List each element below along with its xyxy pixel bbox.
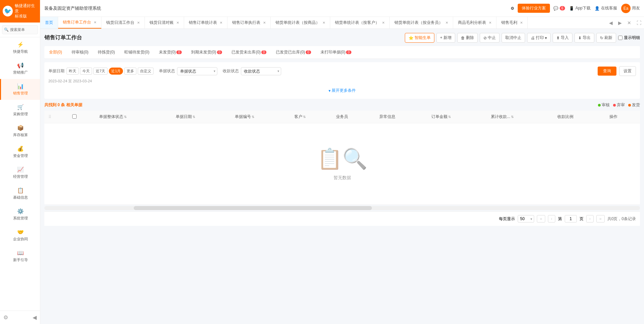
review-action[interactable]: 审核	[598, 102, 610, 108]
cancel-review-action[interactable]: 弃审	[613, 102, 625, 108]
sidebar-search[interactable]: 🔍 搜索菜单	[0, 23, 40, 37]
th-status[interactable]: 单据整体状态⇅	[95, 111, 172, 123]
filter-setting-button[interactable]: 设置	[619, 66, 636, 76]
ship-action[interactable]: 发货	[628, 102, 640, 108]
horizontal-scrollbar[interactable]	[44, 206, 640, 210]
sidebar-item-inventory[interactable]: 📦库存核算	[0, 121, 40, 141]
tab-close-sales-order[interactable]: ✕	[94, 21, 96, 24]
next-page-button[interactable]: ›	[586, 215, 594, 222]
first-page-button[interactable]: «	[537, 215, 545, 222]
settings-icon[interactable]: ⚙	[3, 314, 8, 321]
sidebar-item-basic-info[interactable]: 📋基础信息	[0, 183, 40, 204]
export-button[interactable]: ⬇ 导出	[574, 33, 594, 43]
sidebar-item-quick-nav[interactable]: ⚡快捷导航	[0, 37, 40, 58]
th-number[interactable]: 单据编号⇅	[231, 111, 290, 123]
search-button[interactable]: 查询	[598, 67, 616, 76]
sidebar-item-marketing[interactable]: 📢营销推广	[0, 58, 40, 79]
per-page-select[interactable]: 50 10 20 100	[518, 215, 534, 222]
empty-text: 暂无数据	[334, 175, 351, 181]
tab-goods-stats-product[interactable]: 销货单统计表（按商品）✕	[271, 17, 330, 29]
date-btn-更多[interactable]: 更多	[124, 68, 136, 75]
tab-close-goods-stats-product[interactable]: ✕	[323, 21, 325, 25]
tab-sales-stats[interactable]: 销售订单统计表✕	[184, 17, 227, 29]
sub-tab-not-shipped[interactable]: 未发货(0)0	[154, 47, 186, 57]
tabs-prev-button[interactable]: ◀	[606, 18, 615, 28]
sub-tab-all[interactable]: 全部(0)	[44, 47, 67, 57]
date-btn-近7天[interactable]: 近7天	[93, 68, 108, 75]
tab-goods-stats-staff[interactable]: 销货单统计表（按业务员）✕	[390, 17, 453, 29]
scrollbar-thumb[interactable]	[134, 206, 372, 210]
show-detail-input[interactable]	[618, 36, 622, 40]
quick-nav-icon: ⚡	[17, 41, 24, 48]
tabs-next-button[interactable]: ▶	[615, 18, 625, 28]
tab-close-sales-more[interactable]: ✕	[520, 21, 523, 25]
tab-close-goods-margin[interactable]: ✕	[489, 21, 491, 25]
sub-tab-shipped-out[interactable]: 已发货已出库(0)0	[271, 47, 315, 57]
search-menu-button[interactable]: 🔍 搜索菜单	[2, 25, 38, 34]
prev-page-button[interactable]: ‹	[548, 215, 555, 222]
sidebar-item-guide[interactable]: 📖新手引导	[0, 246, 40, 267]
industry-solution-button[interactable]: 体验行业方案	[518, 4, 550, 13]
th-amount[interactable]: 订单金额⇅	[427, 111, 486, 123]
sidebar-item-operation[interactable]: 📈经营管理	[0, 162, 40, 183]
date-btn-近1月[interactable]: 近1月	[109, 68, 123, 75]
tab-fullscreen-button[interactable]: ⛶	[634, 18, 644, 28]
sidebar-item-cooperation[interactable]: 🤝企业协同	[0, 225, 40, 246]
sidebar-item-sales[interactable]: 📊销售管理	[0, 79, 40, 100]
sub-tab-wangpu-ship[interactable]: 旺铺待发货(0)	[120, 47, 154, 57]
app-download-button[interactable]: 📱 App下载	[569, 5, 591, 11]
sidebar-item-system[interactable]: ⚙️系统管理	[0, 204, 40, 225]
th-date[interactable]: 单据日期⇅	[172, 111, 231, 123]
tab-close-cash-reconcile[interactable]: ✕	[176, 21, 179, 25]
import-button[interactable]: ⬆ 导入	[553, 33, 572, 43]
header-settings-icon[interactable]: ⚙	[511, 6, 514, 11]
sub-tab-pending-inspect[interactable]: 待拣货(0)	[93, 47, 120, 57]
tab-close-cash-daily[interactable]: ✕	[137, 21, 140, 25]
date-btn-今天[interactable]: 今天	[80, 68, 92, 75]
tab-cash-daily[interactable]: 钱货日清工作台✕	[101, 17, 145, 29]
filter-row-1: 单据日期 昨天今天近7天近1月更多自定义 单据状态 单据状态 收款状态	[48, 66, 636, 76]
tab-sales-exec[interactable]: 销售订单执行表✕	[227, 17, 271, 29]
sub-tab-expired-not-shipped[interactable]: 到期未发货(0)0	[186, 47, 227, 57]
tab-cash-reconcile[interactable]: 钱货日清对账✕	[145, 17, 184, 29]
sub-tab-not-printed[interactable]: 未打印单据(0)0	[316, 47, 356, 57]
expand-filters-button[interactable]: ▾ 展开更多条件	[326, 86, 358, 95]
tab-close-goods-stats-staff[interactable]: ✕	[445, 21, 448, 25]
print-button[interactable]: 🖨 打印 ▾	[527, 33, 551, 43]
date-btn-自定义[interactable]: 自定义	[138, 68, 154, 75]
chevron-down-icon: ▾	[329, 88, 331, 93]
tab-close-all-button[interactable]: ✕	[625, 18, 634, 28]
collapse-icon[interactable]: ◀	[33, 314, 37, 321]
last-page-button[interactable]: »	[596, 215, 605, 222]
show-detail-checkbox[interactable]: 显示明细	[618, 35, 640, 41]
sub-tab-shipped-not-out[interactable]: 已发货未出库(0)0	[227, 47, 271, 57]
tab-goods-stats-customer[interactable]: 销货单统计表（按客户）✕	[330, 17, 390, 29]
payment-select[interactable]: 收款状态	[241, 67, 281, 75]
th-customer[interactable]: 客户⇅	[290, 111, 332, 123]
suspend-button[interactable]: ⊘ 中止	[480, 33, 500, 43]
page-suffix: 页	[579, 216, 584, 222]
tab-close-goods-stats-customer[interactable]: ✕	[382, 21, 385, 25]
smart-create-button[interactable]: ⭐ 智能生单	[405, 33, 434, 43]
sidebar-item-purchase[interactable]: 🛒采购管理	[0, 100, 40, 121]
online-service-button[interactable]: 👤 在线客服	[595, 5, 617, 11]
date-btn-昨天[interactable]: 昨天	[67, 68, 79, 75]
tab-sales-order[interactable]: 销售订单工作台✕	[58, 17, 101, 29]
sub-tab-pending-review[interactable]: 待审核(0)	[67, 47, 93, 57]
refresh-button[interactable]: ↻ 刷新	[596, 33, 616, 43]
tab-close-sales-stats[interactable]: ✕	[220, 21, 222, 25]
status-select[interactable]: 单据状态	[177, 67, 217, 75]
th-collected[interactable]: 累计收款...⇅	[487, 111, 553, 123]
add-button[interactable]: + 新增	[436, 33, 455, 43]
tab-sales-more[interactable]: 销售毛利✕	[497, 17, 528, 29]
tab-close-sales-exec[interactable]: ✕	[263, 21, 266, 25]
message-button[interactable]: 💬 6	[553, 6, 565, 11]
page-input[interactable]	[565, 215, 577, 222]
delete-button[interactable]: 🗑 删除	[457, 33, 478, 43]
user-menu-button[interactable]: Ea 用友	[621, 4, 640, 13]
tab-goods-margin[interactable]: 商品毛利分析表✕	[453, 17, 497, 29]
tab-home[interactable]: 首页	[40, 17, 58, 29]
cancel-suspend-button[interactable]: 取消中止	[502, 33, 525, 43]
select-all-checkbox[interactable]	[72, 114, 77, 119]
sidebar-item-finance[interactable]: 💰资金管理	[0, 141, 40, 162]
